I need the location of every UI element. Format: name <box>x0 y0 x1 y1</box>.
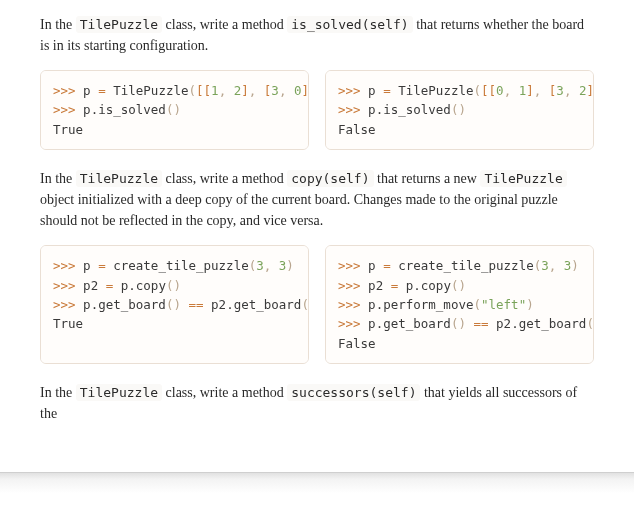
is-solved-left-code: >>> p = TilePuzzle([[1, 2], [3, 0]]) >>>… <box>40 70 309 150</box>
inline-code: TilePuzzle <box>76 170 162 187</box>
inline-code: copy(self) <box>287 170 373 187</box>
inline-code: successors(self) <box>287 384 420 401</box>
inline-code: TilePuzzle <box>76 16 162 33</box>
inline-code: is_solved(self) <box>287 16 412 33</box>
page-break <box>0 472 634 507</box>
copy-left-code: >>> p = create_tile_puzzle(3, 3) >>> p2 … <box>40 245 309 364</box>
copy-right-code: >>> p = create_tile_puzzle(3, 3) >>> p2 … <box>325 245 594 364</box>
is-solved-examples: >>> p = TilePuzzle([[1, 2], [3, 0]]) >>>… <box>40 70 594 150</box>
successors-prose-top: In the TilePuzzle class, write a method … <box>40 382 594 424</box>
copy-examples: >>> p = create_tile_puzzle(3, 3) >>> p2 … <box>40 245 594 364</box>
document-page: In the TilePuzzle class, write a method … <box>0 0 634 462</box>
inline-code: TilePuzzle <box>480 170 566 187</box>
inline-code: TilePuzzle <box>76 384 162 401</box>
is-solved-prose: In the TilePuzzle class, write a method … <box>40 14 594 56</box>
is-solved-right-code: >>> p = TilePuzzle([[0, 1], [3, 2]]) >>>… <box>325 70 594 150</box>
copy-prose: In the TilePuzzle class, write a method … <box>40 168 594 231</box>
